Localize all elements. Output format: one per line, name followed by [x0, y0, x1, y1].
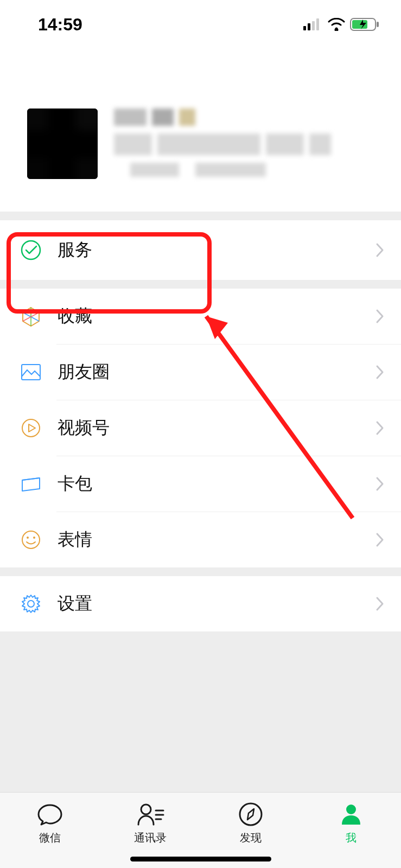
- chevron-right-icon: [375, 596, 385, 612]
- signal-icon: [303, 18, 323, 30]
- status-bar: 14:59: [0, 0, 401, 49]
- menu-label: 表情: [58, 528, 375, 552]
- svg-point-19: [28, 601, 34, 607]
- contacts-icon: [136, 800, 164, 828]
- battery-charging-icon: [350, 17, 379, 31]
- svg-rect-1: [308, 23, 310, 30]
- favorites-icon: [20, 305, 42, 328]
- chevron-right-icon: [375, 420, 385, 436]
- section-gap: [0, 280, 401, 289]
- wifi-icon: [327, 18, 346, 31]
- nav-label: 发现: [240, 831, 262, 845]
- me-icon: [337, 800, 365, 828]
- discover-icon: [237, 800, 265, 828]
- menu-item-channels[interactable]: 视频号: [0, 400, 401, 456]
- nav-tab-me[interactable]: 我: [301, 793, 401, 868]
- profile-id-redacted: [114, 133, 385, 155]
- menu-label: 服务: [58, 238, 375, 262]
- svg-rect-0: [303, 26, 306, 30]
- home-indicator[interactable]: [130, 857, 271, 861]
- svg-point-18: [33, 537, 35, 539]
- menu-group-settings: 设置: [0, 576, 401, 631]
- menu-label: 设置: [58, 592, 375, 616]
- chevron-right-icon: [375, 308, 385, 324]
- svg-point-16: [22, 531, 40, 548]
- avatar[interactable]: [27, 108, 98, 179]
- svg-rect-6: [377, 22, 379, 27]
- profile-info: [114, 108, 385, 184]
- menu-item-stickers[interactable]: 表情: [0, 512, 401, 567]
- settings-icon: [20, 592, 42, 615]
- svg-line-15: [22, 478, 40, 480]
- svg-point-14: [22, 419, 40, 437]
- status-time: 14:59: [38, 15, 82, 35]
- profile-extra-redacted: [130, 163, 385, 177]
- profile-name-redacted: [114, 108, 385, 126]
- section-gap: [0, 567, 401, 576]
- menu-item-favorites[interactable]: 收藏: [0, 289, 401, 344]
- services-icon: [20, 239, 42, 261]
- svg-point-27: [346, 805, 356, 814]
- menu-item-cards[interactable]: 卡包: [0, 456, 401, 512]
- svg-point-17: [27, 537, 29, 539]
- chevron-right-icon: [375, 532, 385, 548]
- menu-label: 收藏: [58, 304, 375, 328]
- status-icons: [303, 17, 379, 31]
- nav-label: 我: [346, 831, 357, 845]
- menu-item-services[interactable]: 服务: [0, 220, 401, 280]
- svg-point-8: [22, 241, 40, 259]
- moments-icon: [20, 361, 42, 384]
- svg-rect-3: [316, 18, 319, 30]
- menu-label: 朋友圈: [58, 360, 375, 384]
- nav-label: 微信: [39, 831, 61, 845]
- chat-icon: [36, 800, 64, 828]
- svg-rect-13: [22, 365, 40, 380]
- chevron-right-icon: [375, 242, 385, 258]
- menu-group-services: 服务: [0, 220, 401, 280]
- stickers-icon: [20, 528, 42, 551]
- svg-point-26: [240, 803, 262, 825]
- nav-tab-wechat[interactable]: 微信: [0, 793, 100, 868]
- chevron-right-icon: [375, 476, 385, 492]
- svg-rect-2: [312, 21, 315, 30]
- menu-label: 视频号: [58, 416, 375, 440]
- menu-item-settings[interactable]: 设置: [0, 576, 401, 631]
- nav-label: 通讯录: [134, 831, 167, 845]
- cards-icon: [20, 473, 42, 495]
- channels-icon: [20, 417, 42, 439]
- profile-section[interactable]: [0, 49, 401, 212]
- chevron-right-icon: [375, 364, 385, 380]
- menu-group-main: 收藏 朋友圈 视频号 卡包 表情: [0, 289, 401, 567]
- section-gap: [0, 212, 401, 220]
- menu-label: 卡包: [58, 472, 375, 496]
- svg-point-4: [335, 28, 338, 30]
- svg-point-22: [141, 805, 151, 814]
- svg-rect-7: [352, 20, 367, 29]
- menu-item-moments[interactable]: 朋友圈: [0, 344, 401, 400]
